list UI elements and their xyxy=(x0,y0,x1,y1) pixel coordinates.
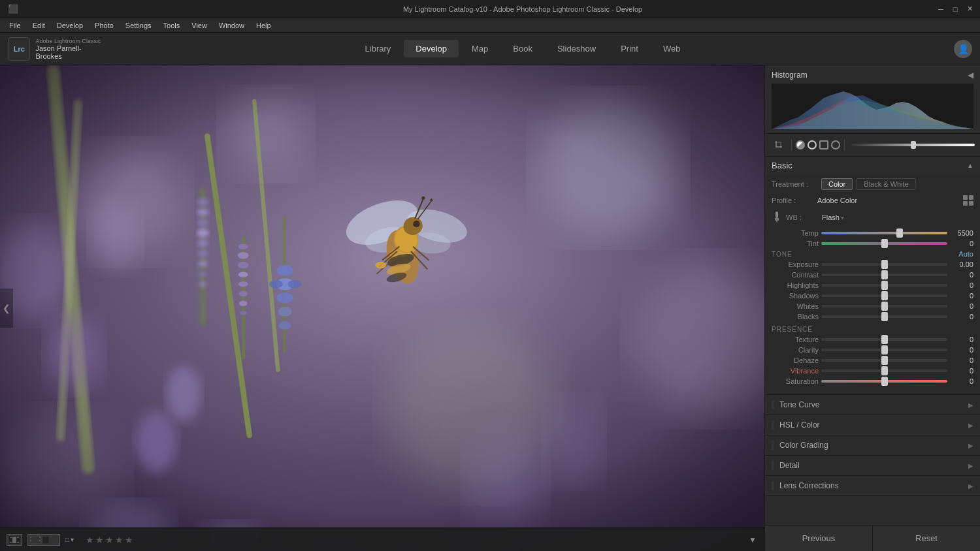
tone-slider-thumb[interactable] xyxy=(911,141,916,149)
circle-circle[interactable] xyxy=(831,140,840,150)
shadows-label: Shadows xyxy=(772,292,819,300)
grid-view-icon[interactable] xyxy=(27,534,60,546)
user-avatar[interactable]: 👤 xyxy=(954,40,972,58)
saturation-slider-row: Saturation 0 xyxy=(772,377,973,385)
menu-window[interactable]: Window xyxy=(214,20,250,31)
blacks-value[interactable]: 0 xyxy=(950,313,973,321)
filmstrip-icon[interactable] xyxy=(7,534,22,546)
contrast-slider-thumb[interactable] xyxy=(881,270,888,279)
clarity-slider-track[interactable] xyxy=(821,349,947,351)
vibrance-slider-thumb[interactable] xyxy=(881,366,888,375)
whites-label: Whites xyxy=(772,302,819,310)
tint-slider-thumb[interactable] xyxy=(881,239,888,248)
contrast-slider-track[interactable] xyxy=(821,274,947,276)
menu-tools[interactable]: Tools xyxy=(158,20,186,31)
clarity-value[interactable]: 0 xyxy=(950,346,973,354)
targeted-adj-circle[interactable] xyxy=(808,140,817,150)
temp-slider-thumb[interactable] xyxy=(896,228,903,238)
shadows-slider-track[interactable] xyxy=(821,294,947,297)
minimize-button[interactable]: ─ xyxy=(936,4,946,14)
dehaze-slider-track[interactable] xyxy=(821,359,947,362)
tone-exposure-slider[interactable] xyxy=(851,144,975,146)
vibrance-slider-track[interactable] xyxy=(821,370,947,372)
previous-button[interactable]: Previous xyxy=(765,526,872,551)
dehaze-slider-thumb[interactable] xyxy=(881,356,888,365)
star-2[interactable]: ★ xyxy=(95,535,104,545)
tab-library[interactable]: Library xyxy=(353,40,403,57)
close-button[interactable]: ✕ xyxy=(964,4,975,14)
panel-scroll[interactable]: Basic ▲ Treatment : Color Black & White … xyxy=(765,157,980,525)
filmstrip-toggle[interactable]: ▼ xyxy=(747,535,758,545)
star-3[interactable]: ★ xyxy=(105,535,114,545)
menu-help[interactable]: Help xyxy=(251,20,276,31)
dehaze-slider-row: Dehaze 0 xyxy=(772,356,973,364)
saturation-slider-track[interactable] xyxy=(821,380,947,383)
auto-btn[interactable]: Auto xyxy=(958,250,973,258)
hsl-color-section[interactable]: ​ HSL / Color ▶ xyxy=(765,415,980,435)
menu-develop[interactable]: Develop xyxy=(52,20,88,31)
left-navigate-arrow[interactable]: ❮ xyxy=(0,289,13,328)
exposure-value[interactable]: 0.00 xyxy=(950,260,973,268)
tab-slideshow[interactable]: Slideshow xyxy=(546,40,608,57)
dehaze-value[interactable]: 0 xyxy=(950,356,973,364)
basic-section-header[interactable]: Basic ▲ xyxy=(765,157,980,174)
maximize-button[interactable]: □ xyxy=(950,4,960,14)
whites-slider-thumb[interactable] xyxy=(881,302,888,311)
reset-button[interactable]: Reset xyxy=(872,526,980,551)
star-5[interactable]: ★ xyxy=(125,535,133,545)
texture-slider-track[interactable] xyxy=(821,338,947,341)
profile-grid-btn[interactable] xyxy=(963,195,973,206)
menu-view[interactable]: View xyxy=(186,20,212,31)
square-circle[interactable] xyxy=(819,140,828,150)
blacks-slider-thumb[interactable] xyxy=(881,312,888,321)
wb-preset[interactable]: Flash xyxy=(822,213,840,221)
color-treatment-btn[interactable]: Color xyxy=(821,178,853,190)
vibrance-value[interactable]: 0 xyxy=(950,367,973,375)
contrast-value[interactable]: 0 xyxy=(950,271,973,279)
saturation-value[interactable]: 0 xyxy=(950,377,973,385)
profile-value[interactable]: Adobe Color xyxy=(817,197,963,204)
temp-value[interactable]: 5500 xyxy=(950,229,973,237)
texture-slider-thumb[interactable] xyxy=(881,335,888,344)
highlights-slider-track[interactable] xyxy=(821,284,947,287)
star-rating[interactable]: ★ ★ ★ ★ ★ xyxy=(86,535,133,545)
exposure-slider-thumb[interactable] xyxy=(881,260,888,269)
exposure-slider-track[interactable] xyxy=(821,263,947,266)
menu-edit[interactable]: Edit xyxy=(27,20,50,31)
histogram-collapse-btn[interactable]: ◀ xyxy=(968,71,973,80)
tab-print[interactable]: Print xyxy=(609,40,650,57)
bw-treatment-btn[interactable]: Black & White xyxy=(857,178,915,190)
shadows-value[interactable]: 0 xyxy=(950,292,973,300)
tint-slider-track[interactable] xyxy=(821,242,947,245)
blacks-slider-track[interactable] xyxy=(821,315,947,318)
tint-value[interactable]: 0 xyxy=(950,240,973,247)
zoom-level[interactable]: □ ▾ xyxy=(65,536,74,543)
highlights-value[interactable]: 0 xyxy=(950,281,973,289)
highlights-slider-thumb[interactable] xyxy=(881,281,888,290)
star-1[interactable]: ★ xyxy=(86,535,94,545)
texture-value[interactable]: 0 xyxy=(950,336,973,343)
color-grading-section[interactable]: ​ Color Grading ▶ xyxy=(765,435,980,456)
menu-settings[interactable]: Settings xyxy=(120,20,157,31)
star-4[interactable]: ★ xyxy=(115,535,123,545)
wb-eyedropper[interactable] xyxy=(772,211,782,224)
tab-map[interactable]: Map xyxy=(460,40,500,57)
saturation-slider-thumb[interactable] xyxy=(881,377,888,386)
clarity-slider-thumb[interactable] xyxy=(881,345,888,354)
tab-develop[interactable]: Develop xyxy=(404,40,459,57)
lens-corrections-section[interactable]: ​ Lens Corrections ▶ xyxy=(765,476,980,496)
tab-web[interactable]: Web xyxy=(651,40,693,57)
whites-value[interactable]: 0 xyxy=(950,302,973,310)
crop-tool[interactable] xyxy=(770,138,787,152)
point-color-circle[interactable] xyxy=(796,140,805,150)
detail-section[interactable]: ​ Detail ▶ xyxy=(765,456,980,476)
shadows-slider-thumb[interactable] xyxy=(881,291,888,300)
tone-curve-section[interactable]: ​ Tone Curve ▶ xyxy=(765,395,980,415)
temp-slider-track[interactable] xyxy=(821,232,947,234)
tab-book[interactable]: Book xyxy=(501,40,544,57)
menu-photo[interactable]: Photo xyxy=(90,20,119,31)
menu-file[interactable]: File xyxy=(4,20,26,31)
highlights-label: Highlights xyxy=(772,281,819,289)
saturation-label: Saturation xyxy=(772,377,819,385)
whites-slider-track[interactable] xyxy=(821,305,947,307)
